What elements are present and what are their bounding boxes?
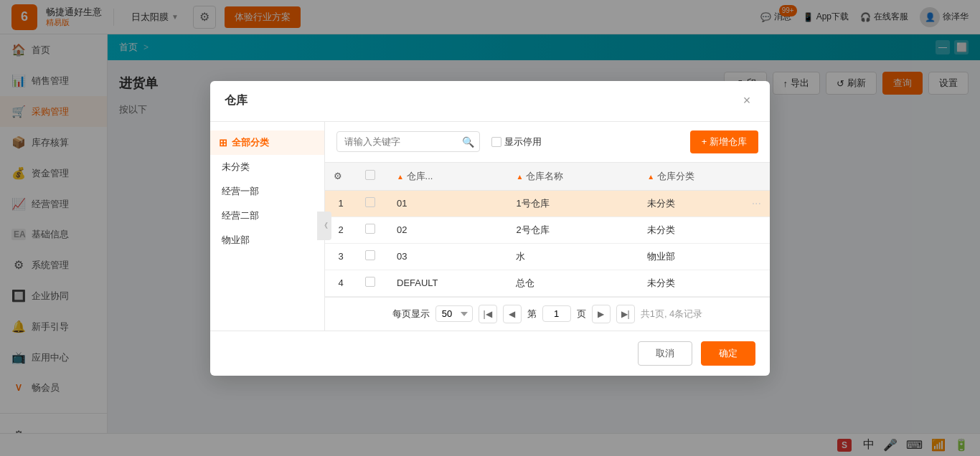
category-sidebar: ⊞ 全部分类 未分类 经营一部 经营二部 物业部 《 — [210, 122, 325, 331]
col-code: ▲ 仓库... — [388, 163, 507, 191]
row-more-1[interactable]: ··· — [752, 197, 761, 210]
sort-icon-name: ▲ — [516, 173, 523, 181]
col-gear-icon: ⚙ — [334, 171, 342, 181]
add-warehouse-button[interactable]: + 新增仓库 — [690, 130, 758, 153]
search-wrap: 🔍 — [336, 131, 480, 152]
row-cat-4: 未分类 — [639, 270, 770, 296]
sort-icon: ▲ — [397, 173, 404, 181]
row-name-2: 2号仓库 — [507, 217, 639, 243]
page-total: 共1页, 4条记录 — [641, 308, 703, 320]
row-check-2[interactable] — [357, 217, 388, 243]
table-row[interactable]: 2 02 2号仓库 未分类 — [325, 217, 770, 243]
page-next-button[interactable]: ▶ — [592, 305, 611, 323]
row-cat-2: 未分类 — [639, 217, 770, 243]
modal-footer: 取消 确定 — [210, 331, 770, 376]
page-last-button[interactable]: ▶| — [616, 305, 635, 323]
per-page-select[interactable]: 50 100 200 — [435, 305, 473, 322]
col-name: ▲ 仓库名称 — [507, 163, 639, 191]
warehouse-table: ⚙ ▲ 仓库... ▲ 仓库名称 — [325, 163, 770, 297]
table-header-row: ⚙ ▲ 仓库... ▲ 仓库名称 — [325, 163, 770, 191]
row-num-4: 4 — [325, 270, 357, 296]
row-checkbox-3[interactable] — [365, 250, 375, 260]
row-cat-1: 未分类 ··· — [639, 190, 770, 217]
search-input[interactable] — [336, 131, 480, 152]
row-cat-3: 物业部 — [639, 243, 770, 270]
row-code-3: 03 — [388, 243, 507, 270]
row-num-3: 3 — [325, 243, 357, 270]
category-item-property[interactable]: 物业部 — [210, 228, 324, 252]
row-code-4: DEFAULT — [388, 270, 507, 296]
per-page-label: 每页显示 — [392, 308, 430, 320]
row-name-1: 1号仓库 — [507, 190, 639, 217]
modal-body: ⊞ 全部分类 未分类 经营一部 经营二部 物业部 《 🔍 — [210, 122, 770, 331]
col-gear: ⚙ — [325, 163, 357, 191]
category-item-ops2[interactable]: 经营二部 — [210, 204, 324, 228]
confirm-button[interactable]: 确定 — [701, 341, 755, 366]
table-toolbar: 🔍 显示停用 + 新增仓库 — [325, 122, 770, 163]
table-area: 🔍 显示停用 + 新增仓库 ⚙ — [325, 122, 770, 331]
table-row[interactable]: 4 DEFAULT 总仓 未分类 — [325, 270, 770, 296]
col-checkbox — [357, 163, 388, 191]
header-checkbox[interactable] — [365, 170, 375, 180]
page-label-left: 第 — [527, 308, 537, 320]
row-check-4[interactable] — [357, 270, 388, 296]
page-prev-button[interactable]: ◀ — [503, 305, 522, 323]
warehouse-modal: 仓库 × ⊞ 全部分类 未分类 经营一部 经营二部 物业部 《 — [210, 81, 770, 376]
row-code-2: 02 — [388, 217, 507, 243]
table-container: ⚙ ▲ 仓库... ▲ 仓库名称 — [325, 163, 770, 297]
modal-close-button[interactable]: × — [738, 92, 755, 110]
table-row[interactable]: 1 01 1号仓库 未分类 ··· — [325, 190, 770, 217]
category-item-ops1[interactable]: 经营一部 — [210, 179, 324, 204]
row-num-1: 1 — [338, 198, 343, 209]
row-check-3[interactable] — [357, 243, 388, 270]
page-first-button[interactable]: |◀ — [479, 305, 497, 323]
table-row[interactable]: 3 03 水 物业部 — [325, 243, 770, 270]
disabled-checkbox[interactable] — [491, 137, 501, 147]
col-category: ▲ 仓库分类 — [639, 163, 770, 191]
modal-header: 仓库 × — [210, 81, 770, 122]
sort-icon-cat: ▲ — [647, 173, 654, 181]
row-check-1[interactable] — [357, 190, 388, 217]
modal-overlay: 仓库 × ⊞ 全部分类 未分类 经营一部 经营二部 物业部 《 — [0, 0, 980, 456]
grid-icon: ⊞ — [219, 137, 227, 148]
category-item-unclassified[interactable]: 未分类 — [210, 155, 324, 179]
search-icon[interactable]: 🔍 — [462, 136, 474, 148]
page-number-input[interactable] — [542, 305, 571, 322]
show-disabled-toggle[interactable]: 显示停用 — [491, 136, 542, 148]
row-checkbox-4[interactable] — [365, 277, 375, 287]
row-code-1: 01 — [388, 190, 507, 217]
row-checkbox-1[interactable] — [365, 197, 375, 207]
cancel-button[interactable]: 取消 — [638, 341, 692, 366]
pagination-bar: 每页显示 50 100 200 |◀ ◀ 第 页 ▶ ▶| 共1页, 4条记录 — [325, 297, 770, 331]
row-name-3: 水 — [507, 243, 639, 270]
modal-title: 仓库 — [225, 93, 248, 108]
row-name-4: 总仓 — [507, 270, 639, 296]
page-label-right: 页 — [577, 308, 586, 320]
collapse-sidebar-button[interactable]: 《 — [317, 212, 331, 240]
row-checkbox-2[interactable] — [365, 224, 375, 234]
category-header[interactable]: ⊞ 全部分类 — [210, 130, 324, 155]
